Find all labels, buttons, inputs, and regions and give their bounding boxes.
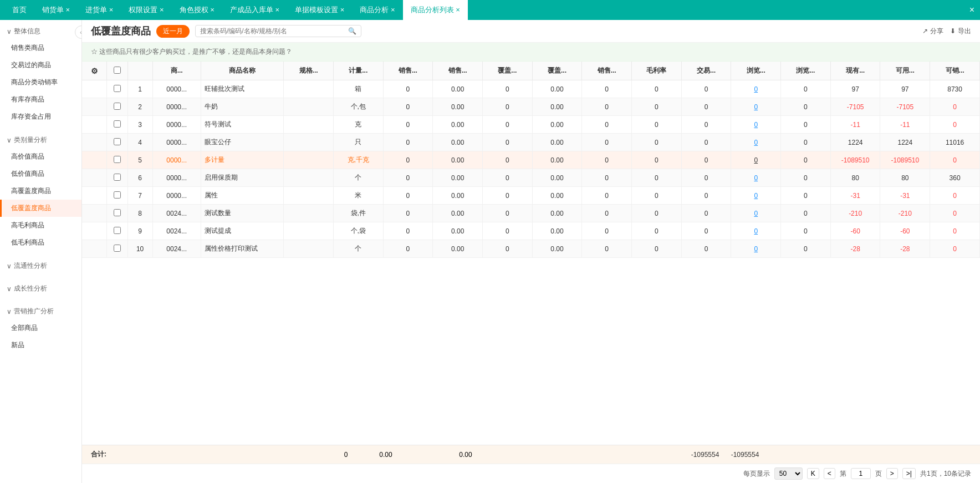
per-page-label: 每页显示 xyxy=(743,469,770,479)
row-cover1: 0 xyxy=(482,169,532,187)
nav-item[interactable]: 商品分析 × xyxy=(352,0,402,20)
row-margin: 0 xyxy=(632,151,682,169)
row-num: 8 xyxy=(127,205,152,222)
row-browse1[interactable]: 0 xyxy=(731,134,781,151)
sidebar-item[interactable]: 低覆盖度商品 xyxy=(0,200,81,217)
row-browse2: 0 xyxy=(781,187,831,205)
share-button[interactable]: ↗ 分享 xyxy=(922,27,943,36)
row-stock2: -31 xyxy=(880,187,930,205)
sidebar-group-title[interactable]: ∨ 流通性分析 xyxy=(0,258,81,274)
sidebar-item[interactable]: 高毛利商品 xyxy=(0,217,81,234)
select-all-checkbox[interactable] xyxy=(114,67,121,74)
row-browse2: 0 xyxy=(781,80,831,98)
row-browse1[interactable]: 0 xyxy=(731,169,781,187)
column-header-trade: 交易... xyxy=(681,62,731,80)
column-header-cover2: 覆盖... xyxy=(532,62,582,80)
close-button[interactable]: × xyxy=(969,5,974,15)
export-label: 导出 xyxy=(958,27,971,36)
column-settings-icon[interactable]: ⚙ xyxy=(91,67,98,75)
row-cover2: 0.00 xyxy=(532,116,582,134)
footer-stock1: -1095554 xyxy=(685,451,725,459)
sidebar-item[interactable]: 高覆盖度商品 xyxy=(0,182,81,200)
search-input[interactable] xyxy=(200,27,346,35)
sidebar-item[interactable]: 新品 xyxy=(0,337,81,354)
sidebar-item[interactable]: 低价值商品 xyxy=(0,165,81,182)
row-checkbox[interactable] xyxy=(114,138,121,145)
nav-item[interactable]: 进货单 × xyxy=(78,0,121,20)
search-box: 🔍 xyxy=(195,25,361,37)
prev-page-button[interactable]: < xyxy=(824,468,835,479)
row-unit: 克,千克 xyxy=(333,151,383,169)
export-button[interactable]: ⬇ 导出 xyxy=(950,27,971,36)
row-browse1[interactable]: 0 xyxy=(731,205,781,222)
row-settings xyxy=(82,187,107,205)
row-browse1[interactable]: 0 xyxy=(731,187,781,205)
row-spec xyxy=(284,222,334,240)
row-checkbox[interactable] xyxy=(114,227,121,234)
nav-item[interactable]: 首页 xyxy=(4,0,34,20)
sidebar-item[interactable]: 有库存商品 xyxy=(0,91,81,108)
row-name: 旺辅批次测试 xyxy=(201,80,283,98)
row-checkbox[interactable] xyxy=(114,209,121,216)
table-row: 20000...牛奶个,包00.0000.0000000-7105-71050 xyxy=(82,98,980,116)
sidebar-group-title[interactable]: ∨ 成长性分析 xyxy=(0,281,81,297)
row-checkbox[interactable] xyxy=(114,245,121,252)
page-number-input[interactable] xyxy=(851,468,871,479)
sidebar-item[interactable]: 交易过的商品 xyxy=(0,57,81,74)
row-checkbox[interactable] xyxy=(114,174,121,181)
first-page-button[interactable]: K xyxy=(807,468,819,479)
footer-cover2: 0.00 xyxy=(446,451,486,459)
row-browse1[interactable]: 0 xyxy=(731,98,781,116)
row-checkbox[interactable] xyxy=(114,120,121,128)
row-cover2: 0.00 xyxy=(532,222,582,240)
nav-item[interactable]: 权限设置 × xyxy=(121,0,171,20)
sidebar-item[interactable]: 库存资金占用 xyxy=(0,108,81,125)
row-browse1[interactable]: 0 xyxy=(731,151,781,169)
row-sales2: 0.00 xyxy=(433,80,483,98)
per-page-select[interactable]: 50 100 200 xyxy=(774,467,803,480)
row-browse1[interactable]: 0 xyxy=(731,222,781,240)
time-filter-button[interactable]: 近一月 xyxy=(156,25,190,38)
row-checkbox[interactable] xyxy=(114,156,121,163)
row-sales3: 0 xyxy=(582,240,632,258)
row-cover2: 0.00 xyxy=(532,240,582,258)
row-code: 0000... xyxy=(152,134,201,151)
sidebar-item[interactable]: 高价值商品 xyxy=(0,148,81,165)
sidebar-item[interactable]: 低毛利商品 xyxy=(0,234,81,251)
row-checkbox[interactable] xyxy=(114,85,121,92)
nav-item[interactable]: 产成品入库单 × xyxy=(222,0,287,20)
next-page-button[interactable]: > xyxy=(886,468,898,479)
row-checkbox[interactable] xyxy=(114,191,121,199)
sidebar-item[interactable]: 商品分类动销率 xyxy=(0,74,81,91)
row-spec xyxy=(284,98,334,116)
row-browse1[interactable]: 0 xyxy=(731,240,781,258)
row-sales1: 0 xyxy=(383,98,433,116)
row-num: 6 xyxy=(127,169,152,187)
last-page-button[interactable]: >| xyxy=(902,468,916,479)
row-browse1[interactable]: 0 xyxy=(731,116,781,134)
sidebar-group-title[interactable]: ∨ 整体信息 xyxy=(0,23,81,39)
column-header-stock2: 可用... xyxy=(880,62,930,80)
sidebar-item[interactable]: 销售类商品 xyxy=(0,39,81,57)
sidebar-item[interactable]: 全部商品 xyxy=(0,319,81,337)
sidebar-group-title[interactable]: ∨ 营销推广分析 xyxy=(0,303,81,319)
nav-item[interactable]: 角色授权 × xyxy=(172,0,222,20)
column-header-cover1: 覆盖... xyxy=(482,62,532,80)
row-stock3: 0 xyxy=(930,240,980,258)
row-settings xyxy=(82,205,107,222)
row-code: 0024... xyxy=(152,205,201,222)
nav-item[interactable]: 商品分析列表 × xyxy=(403,0,468,20)
row-cover1: 0 xyxy=(482,205,532,222)
row-stock3: 0 xyxy=(930,205,980,222)
row-sales3: 0 xyxy=(582,169,632,187)
row-margin: 0 xyxy=(632,80,682,98)
sidebar-group-title[interactable]: ∨ 类别量分析 xyxy=(0,132,81,148)
row-num: 4 xyxy=(127,134,152,151)
row-checkbox[interactable] xyxy=(114,103,121,110)
nav-item[interactable]: 单据模板设置 × xyxy=(287,0,352,20)
row-stock3: 8730 xyxy=(930,80,980,98)
row-unit: 个,包 xyxy=(333,98,383,116)
row-browse1[interactable]: 0 xyxy=(731,80,781,98)
nav-item[interactable]: 销货单 × xyxy=(34,0,78,20)
footer-margin xyxy=(525,451,565,459)
